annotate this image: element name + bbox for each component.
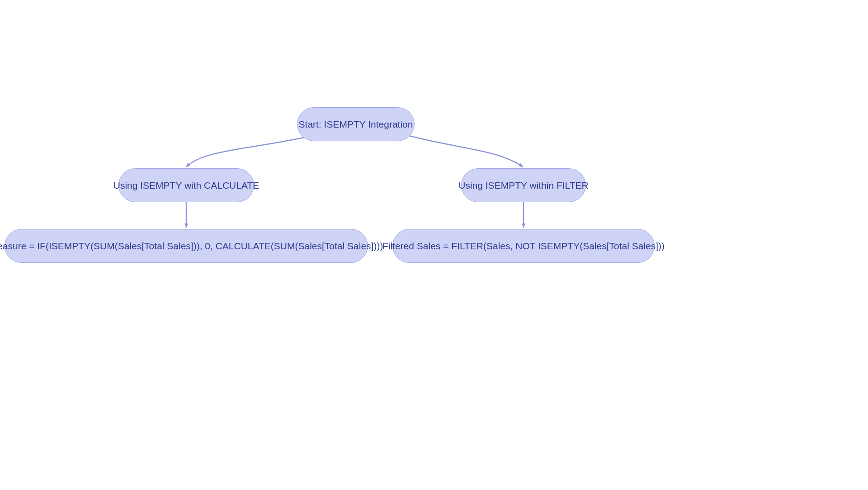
node-filtered-sales: Filtered Sales = FILTER(Sales, NOT ISEMP… [392,229,655,263]
node-filter-label: Using ISEMPTY within FILTER [458,180,588,191]
edge-start-to-filter [409,136,523,167]
node-start: Start: ISEMPTY Integration [297,107,415,141]
node-filtered-sales-label: Filtered Sales = FILTER(Sales, NOT ISEMP… [382,241,665,252]
node-filter: Using ISEMPTY within FILTER [461,168,586,202]
node-calculate-label: Using ISEMPTY with CALCULATE [113,180,259,191]
edge-start-to-calculate [186,136,312,167]
node-measure-label: Measure = IF(ISEMPTY(SUM(Sales[Total Sal… [0,241,383,252]
node-calculate: Using ISEMPTY with CALCULATE [118,168,254,202]
node-start-label: Start: ISEMPTY Integration [299,119,413,130]
node-measure: Measure = IF(ISEMPTY(SUM(Sales[Total Sal… [5,229,368,263]
